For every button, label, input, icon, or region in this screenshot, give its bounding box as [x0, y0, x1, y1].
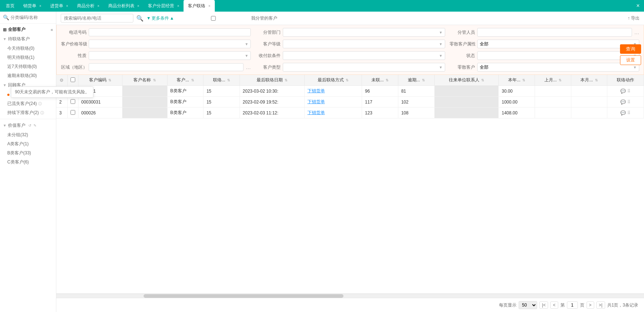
col-customer-name[interactable]: 客户名称 ⇅	[122, 75, 167, 86]
last-method-link-2[interactable]: 下销货单	[307, 110, 325, 115]
sidebar-all-customers[interactable]: ⊞ 全部客户 «	[0, 24, 56, 34]
sidebar-item-7days[interactable]: 近7天待联络(0)	[0, 62, 56, 71]
prev-page-button[interactable]: <	[550, 301, 558, 309]
tab-product-list[interactable]: 商品分析列表 ×	[104, 0, 144, 12]
cell-last-method-0[interactable]: 下销货单	[304, 86, 362, 97]
select-all-checkbox[interactable]	[71, 77, 75, 82]
last-method-link-0[interactable]: 下销货单	[307, 88, 325, 93]
last-method-link-1[interactable]: 下销货单	[307, 99, 325, 104]
per-page-select[interactable]: 50 100 200	[519, 301, 537, 309]
gear-icon[interactable]: ⚙	[60, 78, 64, 83]
sidebar-item-overdue[interactable]: 逾期未联络(30)	[0, 71, 56, 80]
action-chat-icon-2[interactable]: 💬	[620, 110, 626, 116]
row-checkbox-0[interactable]	[71, 88, 75, 93]
col-contact[interactable]: 联络... ⇅	[204, 75, 240, 86]
search-input[interactable]	[61, 14, 133, 23]
price-level-select[interactable]: ▼	[89, 40, 251, 48]
filter-search-button[interactable]: 🔍	[136, 15, 144, 22]
col-partner-contact[interactable]: 往来单位联系人 ⇅	[434, 75, 499, 86]
sidebar-item-churn-warning[interactable]: 流失预警客户(3) ⚠	[0, 90, 56, 99]
customer-type-select[interactable]: ▼	[283, 63, 445, 72]
row-checkbox-2[interactable]	[71, 110, 75, 115]
person-more-dots[interactable]: …	[634, 29, 639, 35]
my-customers-checkbox[interactable]	[177, 16, 250, 21]
horizontal-scrollbar[interactable]	[56, 293, 644, 298]
tab-product-analysis[interactable]: 商品分析 ×	[73, 0, 104, 12]
col-customer-type[interactable]: 客户... ⇅	[167, 75, 204, 86]
col-overdue[interactable]: 逾期... ⇅	[398, 75, 434, 86]
zero-customer-select[interactable]: 全部 ▼	[477, 63, 639, 72]
export-button[interactable]: ↑ 导出	[628, 15, 640, 21]
sidebar-item-today[interactable]: 今天待联络(0)	[0, 44, 56, 53]
action-chat-icon-1[interactable]: 💬	[620, 100, 626, 105]
sidebar-item-c-class[interactable]: C类客户(6)	[0, 158, 56, 167]
tab-customer-contact-close[interactable]: ×	[208, 4, 210, 8]
settings-button[interactable]: 设置	[620, 55, 641, 65]
tab-product-list-close[interactable]: ×	[137, 4, 140, 8]
cell-last-method-2[interactable]: 下销货单	[304, 108, 362, 118]
col-this-month[interactable]: 本月... ⇅	[571, 75, 607, 86]
action-more-icon-2[interactable]: ⠿	[627, 110, 631, 116]
cell-action-2[interactable]: 💬 ⠿	[607, 108, 644, 118]
action-chat-icon-0[interactable]: 💬	[620, 89, 626, 94]
action-more-icon-1[interactable]: ⠿	[627, 100, 631, 105]
sidebar-item-ungrouped[interactable]: 未分组(32)	[0, 130, 56, 139]
status-select[interactable]: ▼	[477, 51, 639, 60]
next-page-button[interactable]: >	[587, 301, 594, 309]
col-this-year[interactable]: 本年... ⇅	[499, 75, 535, 86]
sidebar-item-churned[interactable]: 已流失客户(24) ⓘ	[0, 99, 56, 108]
tab-purchase-close[interactable]: ×	[66, 4, 68, 8]
my-customers-checkbox-label[interactable]: 我分管的客户	[177, 15, 277, 21]
cell-last-method-1[interactable]: 下销货单	[304, 97, 362, 108]
tab-sales[interactable]: 销货单 ×	[19, 0, 46, 12]
refresh-icon[interactable]: ↺	[28, 123, 31, 127]
sidebar-group-review[interactable]: ▼ 回顾客户	[0, 80, 56, 90]
tab-home[interactable]: 首页	[1, 0, 19, 12]
tab-customer-layer-close[interactable]: ×	[177, 4, 179, 8]
zero-attr-select[interactable]: 全部 ▼	[477, 40, 639, 48]
col-last-method[interactable]: 最后联络方式 ⇅	[304, 75, 362, 86]
action-more-icon-0[interactable]: ⠿	[627, 89, 631, 94]
cell-action-1[interactable]: 💬 ⠿	[607, 97, 644, 108]
dept-select[interactable]: ▼	[283, 28, 445, 37]
window-close-button[interactable]: ×	[636, 3, 643, 9]
col-contact-action[interactable]: 联络动作	[607, 75, 644, 86]
scrollbar-thumb[interactable]	[144, 294, 343, 298]
query-button[interactable]: 查询	[620, 44, 641, 54]
more-conditions-button[interactable]: ▼ 更多条件 ▲	[146, 15, 174, 21]
col-last-date[interactable]: 最后联络日期 ⇅	[240, 75, 304, 86]
tab-customer-layer[interactable]: 客户分层经营 ×	[144, 0, 184, 12]
first-page-button[interactable]: |<	[539, 301, 548, 309]
page-number-input[interactable]	[567, 301, 578, 309]
edit-icon[interactable]: ✎	[33, 123, 36, 127]
last-page-button[interactable]: >|	[596, 301, 605, 309]
area-input[interactable]	[89, 63, 243, 71]
cell-checkbox-0[interactable]	[67, 86, 78, 97]
col-last-month[interactable]: 上月... ⇅	[535, 75, 571, 86]
cell-checkbox-2[interactable]	[67, 108, 78, 118]
customer-level-select[interactable]: ▼	[283, 40, 445, 48]
cell-action-0[interactable]: 💬 ⠿	[607, 86, 644, 97]
sidebar-group-value[interactable]: ▼ 价值客户 ↺ ✎	[0, 121, 56, 130]
col-checkbox-header[interactable]	[67, 75, 78, 86]
col-customer-code[interactable]: 客户编码 ⇅	[78, 75, 122, 86]
sidebar-collapse-btn[interactable]: «	[51, 27, 53, 32]
col-no-contact[interactable]: 未联... ⇅	[362, 75, 398, 86]
tab-product-analysis-close[interactable]: ×	[97, 4, 100, 8]
area-more-dots[interactable]: …	[246, 64, 251, 70]
sidebar-search-input[interactable]	[11, 15, 56, 20]
sidebar-group-pending[interactable]: ▼ 待联络客户	[0, 34, 56, 44]
nature-select[interactable]: ▼	[89, 51, 251, 60]
tab-purchase[interactable]: 进货单 ×	[46, 0, 73, 12]
col-gear[interactable]: ⚙	[56, 75, 67, 86]
tab-sales-close[interactable]: ×	[39, 4, 41, 8]
cell-checkbox-1[interactable]	[67, 97, 78, 108]
tab-customer-contact[interactable]: 客户联络 ×	[184, 0, 215, 12]
phone-input[interactable]	[89, 28, 251, 36]
sidebar-item-a-class[interactable]: A类客户(1)	[0, 139, 56, 149]
sidebar-item-tomorrow[interactable]: 明天待联络(1)	[0, 53, 56, 62]
sidebar-item-b-class[interactable]: B类客户(33)	[0, 149, 56, 158]
payment-select[interactable]: ▼	[283, 51, 445, 60]
row-checkbox-1[interactable]	[71, 99, 75, 104]
sidebar-item-declining[interactable]: 持续下滑客户(2) ⓘ	[0, 108, 56, 117]
